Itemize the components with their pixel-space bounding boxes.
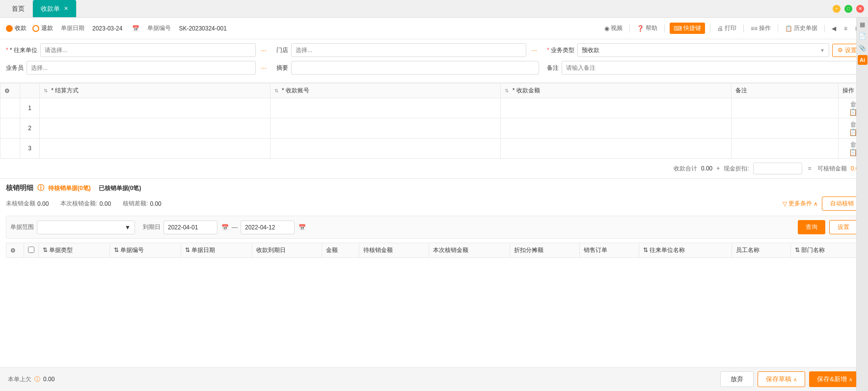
- row-remark-cell[interactable]: [732, 118, 839, 139]
- table-gear-header[interactable]: ⚙: [0, 84, 20, 98]
- operation-icon: ≡≡: [751, 25, 758, 32]
- right-panel: ▦ 📄 📎 Ai: [856, 18, 868, 391]
- stats-row: 未核销金额 0.00 本次核销金额: 0.00 核销差额: 0.00 ▽ 更多条…: [6, 196, 862, 211]
- video-label: 视频: [611, 24, 623, 32]
- partner-label: * * 往来单位: [6, 46, 37, 55]
- row-account-cell[interactable]: [270, 118, 501, 139]
- panel-table-icon[interactable]: ▦: [858, 20, 868, 29]
- row-amount-cell[interactable]: [501, 118, 732, 139]
- biz-type-select[interactable]: 预收款 ▼: [577, 43, 829, 57]
- due-date-field: 到期日 📅 — 📅: [143, 221, 306, 234]
- equal-sign: =: [808, 165, 812, 172]
- row-num-cell: 1: [20, 98, 40, 118]
- window-minimize-button[interactable]: −: [833, 5, 841, 13]
- panel-ai-icon[interactable]: Ai: [858, 55, 868, 65]
- filter-buttons: 查询 设置: [798, 220, 858, 234]
- delete-icon[interactable]: 🗑: [850, 100, 857, 108]
- shortcut-button[interactable]: ⌨ 快捷键: [670, 23, 705, 34]
- store-input[interactable]: [291, 43, 526, 57]
- available-label: 可核销金额: [817, 165, 847, 173]
- amount-header: 金额: [322, 243, 359, 258]
- due-date-label: 到期日: [143, 223, 161, 231]
- bill-date-header: ⇅ 单据日期: [181, 243, 252, 258]
- remark-field: 备注: [547, 61, 862, 75]
- save-new-button[interactable]: 保存&新增 ∧: [809, 371, 860, 387]
- calendar-end-icon[interactable]: 📅: [298, 224, 306, 231]
- main-content: 收款 退款 单据日期 2023-03-24 📅 单据编号 SK-20230324…: [0, 18, 868, 391]
- bill-date-value: 2023-03-24: [92, 25, 122, 32]
- tab-links: 待核销单据(0笔) 已核销单据(0笔): [48, 184, 141, 193]
- range-select[interactable]: ▼: [37, 221, 135, 234]
- help-button[interactable]: ❓ 帮助: [635, 23, 659, 33]
- discount-header: 折扣分摊额: [510, 243, 579, 258]
- discount-input[interactable]: [753, 163, 802, 174]
- bottom-gear-header[interactable]: ⚙: [6, 243, 24, 258]
- row-account-cell[interactable]: [270, 139, 501, 159]
- pending-tab[interactable]: 待核销单据(0笔): [48, 184, 91, 193]
- radio-refund-dot: [32, 25, 39, 32]
- history-button[interactable]: 📋 历史单据: [783, 23, 819, 33]
- operation-button[interactable]: ≡≡ 操作: [749, 23, 773, 33]
- list-icon: ≡: [844, 25, 847, 32]
- due-date-end-input[interactable]: [241, 221, 295, 234]
- discard-button[interactable]: 放弃: [720, 371, 754, 387]
- partner-more-button[interactable]: ···: [259, 46, 269, 54]
- prev-button[interactable]: ◀: [830, 24, 838, 33]
- delete-icon[interactable]: 🗑: [850, 140, 857, 148]
- row-settle-cell[interactable]: [40, 98, 271, 118]
- summary-row: 收款合计 0.00 + 现金折扣: = 可核销金额 0.00: [0, 159, 868, 179]
- remark-input[interactable]: [562, 61, 862, 75]
- range-field: 单据范围 ▼: [10, 221, 135, 234]
- query-button[interactable]: 查询: [798, 220, 825, 234]
- summary-input[interactable]: [291, 61, 539, 75]
- save-new-chevron-icon: ∧: [849, 377, 852, 382]
- biz-type-value: 预收款: [582, 46, 599, 55]
- radio-refund[interactable]: 退款: [32, 24, 53, 32]
- table-remark-header: 备注: [732, 84, 839, 98]
- calendar-icon[interactable]: 📅: [132, 25, 139, 32]
- tab-receipt[interactable]: 收款单 ✕: [33, 0, 77, 17]
- row-settle-cell[interactable]: [40, 139, 271, 159]
- due-date-start-input[interactable]: [163, 221, 217, 234]
- list-view-button[interactable]: ≡: [842, 24, 849, 33]
- chevron-up-icon: ∧: [814, 200, 818, 207]
- completed-tab[interactable]: 已核销单据(0笔): [99, 184, 141, 193]
- partner-input[interactable]: [40, 43, 256, 57]
- toolbar-right: ◉ 视频 ❓ 帮助 ⌨ 快捷键 🖨 打印 ≡≡ 操作: [602, 23, 862, 34]
- info-icon[interactable]: ⓘ: [37, 184, 44, 193]
- settings-button[interactable]: 设置: [829, 220, 858, 234]
- divider-3: [710, 25, 710, 32]
- divider-2: [664, 25, 665, 32]
- more-conditions-link[interactable]: ▽ 更多条件 ∧: [783, 199, 818, 208]
- filter-actions-top: ▽ 更多条件 ∧ 自动核销: [783, 196, 862, 211]
- nuclear-title: 核销明细: [6, 184, 33, 193]
- window-maximize-button[interactable]: □: [844, 5, 852, 13]
- store-more-button[interactable]: ···: [529, 46, 539, 54]
- select-all-checkbox[interactable]: [28, 247, 34, 253]
- row-settle-cell[interactable]: [40, 118, 271, 139]
- sort-icon: ⇅: [44, 88, 48, 93]
- panel-doc-icon[interactable]: 📄: [858, 31, 868, 41]
- unchecked-stat: 未核销金额 0.00: [6, 199, 49, 208]
- row-amount-cell[interactable]: [501, 139, 732, 159]
- footer-left: 本单上欠 ⓘ 0.00: [8, 375, 54, 384]
- radio-receipt[interactable]: 收款: [6, 24, 27, 32]
- footer-info-icon[interactable]: ⓘ: [34, 375, 40, 384]
- panel-clip-icon[interactable]: 📎: [858, 43, 868, 53]
- nuclear-section: 核销明细 ⓘ 待核销单据(0笔) 已核销单据(0笔) 未核销金额 0.00 本次…: [0, 179, 868, 367]
- window-close-button[interactable]: ✕: [856, 5, 864, 13]
- staff-input[interactable]: [27, 61, 256, 75]
- row-amount-cell[interactable]: [501, 98, 732, 118]
- table-settle-header: ⇅ * 结算方式: [40, 84, 271, 98]
- staff-more-button[interactable]: ···: [259, 64, 269, 72]
- row-remark-cell[interactable]: [732, 139, 839, 159]
- calendar-start-icon[interactable]: 📅: [221, 224, 229, 231]
- tab-close-icon[interactable]: ✕: [64, 5, 68, 12]
- video-button[interactable]: ◉ 视频: [602, 23, 624, 33]
- row-account-cell[interactable]: [270, 98, 501, 118]
- delete-icon[interactable]: 🗑: [850, 120, 857, 128]
- print-button[interactable]: 🖨 打印: [715, 23, 738, 33]
- tab-home[interactable]: 首页: [4, 0, 33, 17]
- save-draft-button[interactable]: 保存草稿 ∧: [758, 371, 805, 387]
- row-remark-cell[interactable]: [732, 98, 839, 118]
